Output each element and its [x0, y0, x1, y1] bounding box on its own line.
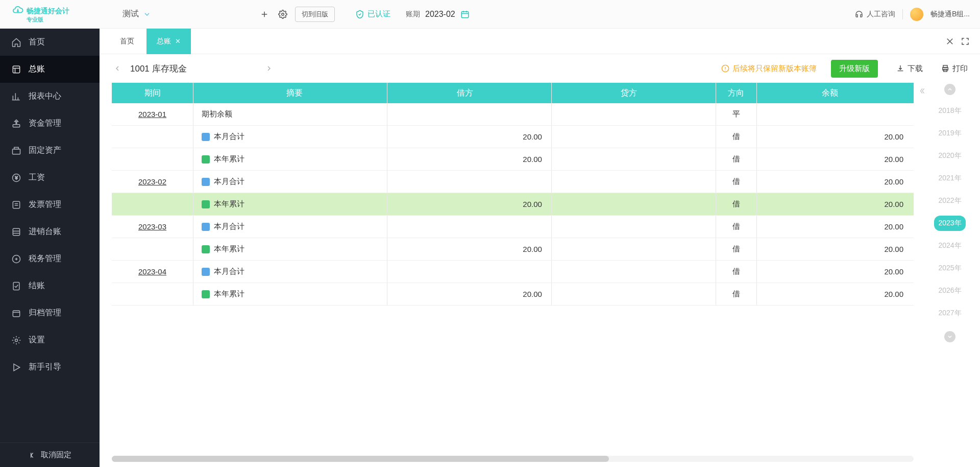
sidebar-item-2[interactable]: 报表中心	[0, 83, 100, 110]
year-option[interactable]: 2024年	[934, 238, 965, 253]
shield-check-icon	[355, 10, 364, 19]
year-scroll-up[interactable]	[944, 84, 955, 95]
sidebar-item-1[interactable]: 总账	[0, 56, 100, 83]
svg-rect-19	[13, 201, 19, 208]
sidebar-item-9[interactable]: 结账	[0, 272, 100, 299]
sidebar-item-12[interactable]: 新手引导	[0, 354, 100, 381]
cell-period: 2023-03	[112, 216, 193, 238]
cell-summary: 本月合计	[193, 261, 387, 283]
cell-direction: 借	[716, 148, 757, 170]
year-option[interactable]: 2026年	[934, 283, 965, 298]
period-link[interactable]: 2023-02	[138, 177, 166, 186]
table-row[interactable]: 2023-03本月合计借20.00	[112, 216, 914, 238]
cell-period	[112, 148, 193, 170]
chevron-down-icon	[143, 10, 151, 18]
add-button[interactable]	[255, 5, 274, 24]
user-avatar[interactable]	[910, 8, 923, 21]
cell-debit	[387, 216, 552, 238]
collapse-year-rail[interactable]	[919, 83, 927, 462]
cell-balance: 20.00	[757, 171, 914, 193]
sidebar-item-11[interactable]: 设置	[0, 326, 100, 354]
year-option[interactable]: 2025年	[934, 261, 965, 276]
cell-direction: 借	[716, 126, 757, 148]
sidebar-item-6[interactable]: 发票管理	[0, 191, 100, 218]
period-link[interactable]: 2023-04	[138, 267, 166, 276]
year-option[interactable]: 2021年	[934, 171, 965, 186]
horizontal-scrollbar[interactable]	[112, 456, 914, 462]
table-row[interactable]: 本年累计20.00借20.00	[112, 238, 914, 261]
upgrade-button[interactable]: 升级新版	[831, 60, 878, 78]
pin-icon	[29, 451, 37, 459]
org-selector[interactable]: 测试	[122, 9, 255, 19]
brand-logo[interactable]: 畅捷通好会计 专业版	[10, 5, 112, 22]
svg-rect-7	[13, 66, 19, 73]
account-title[interactable]: 1001 库存现金	[130, 63, 187, 75]
unpin-sidebar-button[interactable]: 取消固定	[0, 442, 100, 467]
year-rail: 2018年2019年2020年2021年2022年2023年2024年2025年…	[932, 83, 968, 462]
sidebar-icon	[11, 91, 21, 102]
tab-home[interactable]: 首页	[110, 29, 144, 54]
period-link[interactable]: 2023-03	[138, 222, 166, 231]
year-option[interactable]: 2020年	[934, 148, 965, 164]
sidebar-item-0[interactable]: 首页	[0, 29, 100, 56]
year-scroll-down[interactable]	[944, 331, 955, 342]
main-area: 首页 总账 ✕ 1001 库存现金	[100, 29, 980, 467]
calendar-icon	[460, 10, 470, 19]
close-all-tabs-icon[interactable]	[945, 37, 954, 46]
sidebar-icon	[11, 362, 21, 372]
summary-type-icon	[202, 155, 210, 164]
cell-period: 2023-01	[112, 103, 193, 125]
print-button[interactable]: 打印	[941, 64, 968, 74]
table-row[interactable]: 本年累计20.00借20.00	[112, 283, 914, 306]
summary-type-icon	[202, 178, 210, 186]
cell-direction: 借	[716, 261, 757, 283]
cell-direction: 借	[716, 171, 757, 193]
prev-account-button[interactable]	[112, 63, 123, 74]
sidebar-item-label: 税务管理	[29, 253, 61, 264]
year-option[interactable]: 2019年	[934, 126, 965, 141]
cell-summary: 本年累计	[193, 148, 387, 170]
year-option[interactable]: 2018年	[934, 103, 965, 119]
download-button[interactable]: 下载	[896, 64, 923, 74]
cell-period	[112, 283, 193, 305]
cell-debit	[387, 261, 552, 283]
sidebar-item-10[interactable]: 归档管理	[0, 299, 100, 326]
fullscreen-icon[interactable]	[961, 37, 970, 46]
verified-badge: 已认证	[355, 9, 390, 19]
year-option[interactable]: 2022年	[934, 193, 965, 208]
sidebar-item-3[interactable]: 资金管理	[0, 110, 100, 137]
sidebar-icon	[11, 37, 21, 48]
tab-ledger[interactable]: 总账 ✕	[146, 29, 191, 54]
year-option[interactable]: 2027年	[934, 306, 965, 321]
table-row[interactable]: 2023-02本月合计借20.00	[112, 171, 914, 193]
sidebar-item-5[interactable]: ¥工资	[0, 164, 100, 191]
cell-balance: 20.00	[757, 148, 914, 170]
sidebar-icon	[11, 200, 21, 210]
switch-old-version-button[interactable]: 切到旧版	[295, 7, 335, 22]
tab-close-icon[interactable]: ✕	[175, 37, 181, 45]
period-link[interactable]: 2023-01	[138, 110, 166, 119]
svg-marker-29	[14, 364, 20, 370]
summary-type-icon	[202, 290, 210, 298]
settings-button[interactable]	[274, 5, 292, 24]
user-name[interactable]: 畅捷通B组...	[930, 10, 970, 19]
table-row[interactable]: 本年累计20.00借20.00	[112, 148, 914, 171]
accounting-period[interactable]: 账期 2023-02	[406, 10, 470, 19]
sidebar-item-4[interactable]: 固定资产	[0, 137, 100, 164]
support-label: 人工咨询	[867, 10, 895, 19]
table-row[interactable]: 本月合计20.00借20.00	[112, 126, 914, 148]
support-button[interactable]: 人工咨询	[854, 10, 895, 19]
table-row[interactable]: 2023-04本月合计借20.00	[112, 261, 914, 283]
cell-credit	[552, 261, 716, 283]
table-row[interactable]: 2023-01期初余额平	[112, 103, 914, 126]
year-option[interactable]: 2023年	[934, 216, 965, 231]
sidebar-item-8[interactable]: 税务管理	[0, 245, 100, 272]
next-account-button[interactable]	[263, 63, 275, 74]
cell-balance	[757, 103, 914, 125]
th-summary: 摘要	[193, 83, 387, 103]
cell-credit	[552, 148, 716, 170]
cell-period: 2023-02	[112, 171, 193, 193]
table-row[interactable]: 本年累计20.00借20.00	[112, 193, 914, 216]
sidebar-item-7[interactable]: 进销台账	[0, 218, 100, 245]
cell-period	[112, 238, 193, 260]
